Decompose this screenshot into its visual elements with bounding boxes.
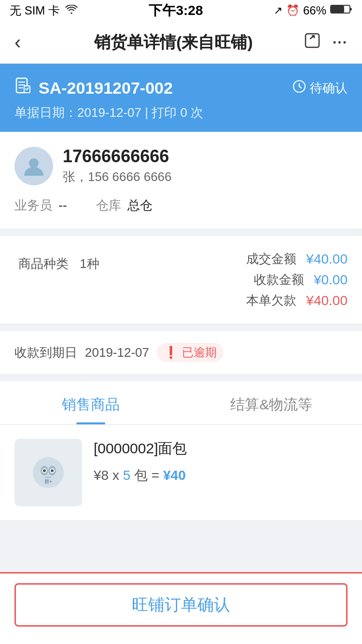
alarm-icon: ⏰ xyxy=(286,4,299,17)
document-icon xyxy=(14,77,32,98)
status-right: ↗ ⏰ 66% xyxy=(274,4,352,17)
deal-amount-label: 成交金额 xyxy=(246,251,296,267)
deal-amount-row: 成交金额 ¥40.00 xyxy=(246,251,348,267)
status-bar: 无 SIM 卡 下午3:28 ↗ ⏰ 66% xyxy=(0,0,362,21)
page-title: 销货单详情(来自旺铺) xyxy=(94,31,253,54)
carrier-text: 无 SIM 卡 xyxy=(10,3,60,18)
back-button[interactable]: ‹ xyxy=(14,31,43,53)
order-status: 待确认 xyxy=(292,80,348,97)
product-name: [0000002]面包 xyxy=(94,439,348,459)
unit-text: 包 xyxy=(134,468,148,483)
due-date-label: 收款到期日 xyxy=(14,344,77,361)
stats-left: 商品种类 1种 xyxy=(14,251,222,272)
more-icon[interactable]: ··· xyxy=(333,34,348,51)
status-left: 无 SIM 卡 xyxy=(10,3,78,18)
customer-extra-info: 业务员 -- 仓库 总仓 xyxy=(14,193,348,214)
unit-price: ¥8 xyxy=(94,468,109,483)
product-info: [0000002]面包 ¥8 x 5 包 = ¥40 xyxy=(94,439,348,485)
quantity: 5 xyxy=(123,468,131,483)
salesperson-item: 业务员 -- xyxy=(14,197,67,214)
customer-details: 17666666666 张，156 6666 6666 xyxy=(63,146,172,185)
confirm-order-button[interactable]: 旺铺订单确认 xyxy=(14,583,348,627)
customer-sub: 张，156 6666 6666 xyxy=(63,168,172,185)
time-text: 下午3:28 xyxy=(149,1,203,20)
received-row: 收款金额 ¥0.00 xyxy=(254,271,348,288)
tab-settlement[interactable]: 结算&物流等 xyxy=(181,381,362,424)
product-thumbnail: 群+ xyxy=(14,439,82,506)
customer-card: 17666666666 张，156 6666 6666 业务员 -- 仓库 总仓 xyxy=(0,132,362,228)
overdue-icon: ❗ xyxy=(164,346,178,359)
tab-settlement-label: 结算&物流等 xyxy=(230,396,312,412)
warehouse-item: 仓库 总仓 xyxy=(96,197,153,214)
balance-val: ¥40.00 xyxy=(306,293,348,308)
received-val: ¥0.00 xyxy=(314,272,348,288)
salesperson-label: 业务员 xyxy=(14,198,52,212)
svg-rect-1 xyxy=(331,6,344,13)
svg-point-6 xyxy=(29,158,39,168)
svg-point-13 xyxy=(51,469,54,472)
overdue-badge: ❗ 已逾期 xyxy=(157,343,223,362)
product-types: 商品种类 1种 xyxy=(14,255,222,272)
total-price: ¥40 xyxy=(163,468,186,483)
balance-row: 本单欠款 ¥40.00 xyxy=(246,292,348,309)
tab-products[interactable]: 销售商品 xyxy=(0,381,181,424)
bottom-bar: 旺铺订单确认 xyxy=(0,572,362,644)
stats-card: 商品种类 1种 成交金额 ¥40.00 收款金额 ¥0.00 本单欠款 ¥40.… xyxy=(0,236,362,323)
svg-point-12 xyxy=(43,469,46,472)
multiply-sign: x xyxy=(112,468,123,483)
status-text: 待确认 xyxy=(310,80,348,97)
header-card: SA-20191207-002 待确认 单据日期：2019-12-07 | 打印… xyxy=(0,64,362,132)
equals-sign: = xyxy=(152,468,163,483)
share-icon[interactable] xyxy=(304,32,321,53)
deal-amount-val: ¥40.00 xyxy=(306,252,348,267)
customer-phone: 17666666666 xyxy=(63,146,172,167)
order-header-row: SA-20191207-002 待确认 xyxy=(14,77,348,98)
wifi-icon xyxy=(65,4,78,17)
svg-text:群+: 群+ xyxy=(44,479,52,484)
order-id-text: SA-20191207-002 xyxy=(39,79,173,98)
warehouse-label: 仓库 xyxy=(96,198,121,212)
product-types-val: 1种 xyxy=(80,256,99,271)
avatar xyxy=(14,147,53,185)
location-icon: ↗ xyxy=(274,4,282,17)
due-date-val: 2019-12-07 xyxy=(85,345,149,360)
product-price: ¥8 x 5 包 = ¥40 xyxy=(94,466,348,485)
product-card: 群+ [0000002]面包 ¥8 x 5 包 = ¥40 xyxy=(0,425,362,520)
salesperson-val: -- xyxy=(58,198,67,212)
battery-text: 66% xyxy=(303,4,326,17)
overdue-text: 已逾期 xyxy=(182,345,217,360)
order-meta: 单据日期：2019-12-07 | 打印 0 次 xyxy=(14,104,348,121)
order-id: SA-20191207-002 xyxy=(14,77,173,98)
tab-products-label: 销售商品 xyxy=(62,396,120,412)
customer-info-row: 17666666666 张，156 6666 6666 xyxy=(14,146,348,185)
due-date-row: 收款到期日 2019-12-07 ❗ 已逾期 xyxy=(0,331,362,374)
balance-label: 本单欠款 xyxy=(246,292,296,309)
stats-right: 成交金额 ¥40.00 收款金额 ¥0.00 本单欠款 ¥40.00 xyxy=(222,251,348,309)
battery-icon xyxy=(330,4,352,17)
tabs-container: 销售商品 结算&物流等 xyxy=(0,381,362,425)
nav-bar: ‹ 销货单详情(来自旺铺) ··· xyxy=(0,21,362,64)
received-label: 收款金额 xyxy=(254,271,304,288)
nav-actions: ··· xyxy=(304,32,348,53)
product-types-label: 商品种类 xyxy=(18,256,69,271)
warehouse-val: 总仓 xyxy=(127,198,153,212)
clock-icon xyxy=(292,80,306,97)
